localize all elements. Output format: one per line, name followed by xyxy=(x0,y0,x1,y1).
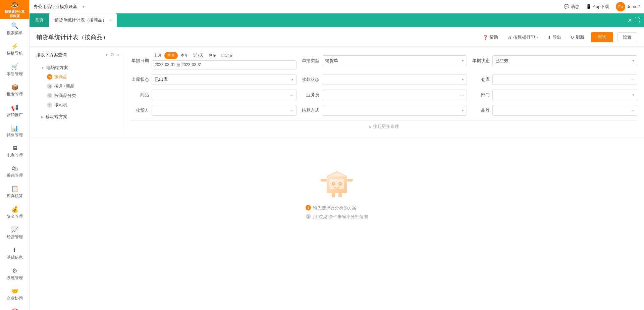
message-btn[interactable]: 💬 消息 xyxy=(564,4,579,10)
date-shortcuts: 上月本月本年近7天更多自定义 xyxy=(152,52,297,59)
sidebar-item-经营管理[interactable]: 📈经营管理 xyxy=(5,223,24,243)
industry-dropdown[interactable]: ▾ xyxy=(83,4,85,9)
sidebar-item-批发管理[interactable]: 📦批发管理 xyxy=(5,80,24,101)
app-download-btn[interactable]: 📱 App下载 xyxy=(586,4,609,10)
paymentstatus-label: 收款状态 xyxy=(301,76,319,83)
filter-recipient-field: 收货人 ··· xyxy=(130,105,297,116)
sidebar-icon: ⚡ xyxy=(7,43,23,50)
help-icon: ❓ xyxy=(483,35,488,40)
date-shortcut-更多[interactable]: 更多 xyxy=(206,52,218,59)
doctype-arrow-icon: ▾ xyxy=(462,59,464,63)
filter-row-4: 收货人 ··· 结算方式 xyxy=(130,105,637,116)
salesperson-dots-btn[interactable]: ··· xyxy=(460,92,464,98)
warehouse-input[interactable]: ··· xyxy=(492,74,637,85)
filter-row-1: 单据日期 上月本月本年近7天更多自定义 2023-03-01 至 2023-03… xyxy=(130,52,637,69)
tab-home[interactable]: 首页 xyxy=(30,13,49,27)
date-shortcut-自定义[interactable]: 自定义 xyxy=(219,52,235,59)
warehouse-dots-btn[interactable]: ··· xyxy=(630,77,634,82)
product-dots-btn[interactable]: ··· xyxy=(289,92,293,98)
tip-num-2: 2 xyxy=(306,214,311,219)
tab-active[interactable]: 销货单统计计表（按商品） × xyxy=(49,13,117,27)
docstatus-select[interactable]: 已生效 ▾ xyxy=(492,55,637,66)
collapse-btn[interactable]: ∧ 收起更多条件 xyxy=(368,123,399,130)
tree-item-label: 按商品分类 xyxy=(54,93,76,99)
brand-input[interactable]: ··· xyxy=(492,105,637,116)
empty-illustration xyxy=(317,165,357,198)
svg-rect-6 xyxy=(332,193,335,197)
sidebar-item-企业协同[interactable]: 🤝企业协同 xyxy=(5,284,24,305)
tree-item-按商品[interactable]: 按按商品 xyxy=(44,72,119,82)
user-menu-btn[interactable]: Ea demo2 xyxy=(616,2,640,11)
tree-mobile: ▶ 移动端方案 xyxy=(36,111,119,122)
refresh-btn[interactable]: ↻ 刷新 xyxy=(568,33,587,42)
user-avatar: Ea xyxy=(616,2,625,11)
sidebar-item-零售管理[interactable]: 🛒零售管理 xyxy=(5,60,24,80)
settings-btn[interactable]: 设置 xyxy=(617,32,637,42)
docstatus-label: 单据状态 xyxy=(471,58,490,64)
sidebar-item-基础信息[interactable]: ℹ基础信息 xyxy=(5,243,24,264)
tree-item-按司机[interactable]: 回按司机 xyxy=(44,100,119,110)
date-shortcut-上月[interactable]: 上月 xyxy=(152,52,164,59)
tabbar-actions: ✕ ⛶ xyxy=(628,17,644,23)
date-shortcut-本月[interactable]: 本月 xyxy=(164,52,178,59)
filter-warehousestatus-field: 出库状态 已出库 ▾ xyxy=(130,74,297,85)
settlement-select[interactable]: ▾ xyxy=(322,105,467,116)
sidebar-item-营销推广[interactable]: 📢营销推广 xyxy=(5,101,24,121)
tree-item-按商品分类[interactable]: 回按商品分类 xyxy=(44,91,119,100)
paymentstatus-select[interactable]: ▾ xyxy=(322,74,467,85)
tree-desktop-header[interactable]: ▼ 电脑端方案 xyxy=(39,63,119,72)
left-panel-header: 按以下方案查询 + ⚙ « xyxy=(36,52,119,58)
print-btn[interactable]: 🖨 按模板打印 ▾ xyxy=(505,33,541,42)
collapse-panel-btn[interactable]: « xyxy=(116,52,119,58)
warehouse-label: 仓库 xyxy=(471,76,490,83)
tree-mobile-header[interactable]: ▶ 移动端方案 xyxy=(39,112,119,121)
sidebar-icon: 🤝 xyxy=(7,288,23,295)
filter-warehouse-field: 仓库 ··· xyxy=(471,74,637,85)
add-scheme-btn[interactable]: + xyxy=(105,52,108,58)
query-btn[interactable]: 查询 xyxy=(591,32,613,42)
empty-tip-2: 2 用[过滤]条件来缩小分析范围 xyxy=(306,214,368,220)
help-btn[interactable]: ❓ 帮助 xyxy=(480,33,501,42)
filter-salesperson-field: 业务员 ··· xyxy=(301,90,467,100)
tree-desktop-children: 按按商品月按月+商品回按商品分类回按司机 xyxy=(39,72,119,110)
recipient-dots-btn[interactable]: ··· xyxy=(289,108,293,113)
content-area: 销货单统计计表（按商品） ❓ 帮助 🖨 按模板打印 ▾ ⬇ 导出 xyxy=(30,27,644,310)
recipient-input[interactable]: ··· xyxy=(152,105,297,116)
sidebar-item-资金管理[interactable]: 💰资金管理 xyxy=(5,202,24,223)
sidebar-item-采购管理[interactable]: 🛍采购管理 xyxy=(5,162,24,182)
date-shortcut-本年[interactable]: 本年 xyxy=(178,52,191,59)
settings-scheme-btn[interactable]: ⚙ xyxy=(110,52,114,58)
message-icon: 💬 xyxy=(564,4,569,9)
department-label: 部门 xyxy=(471,92,490,98)
tree-arrow-icon: ▼ xyxy=(41,66,44,70)
sidebar-item-库存核算[interactable]: 📋库存核算 xyxy=(5,182,24,202)
sidebar-item-搜索菜单[interactable]: 🔍搜索菜单 xyxy=(5,19,24,39)
tree-item-label: 按商品 xyxy=(54,74,67,80)
sidebar-item-电商管理[interactable]: 🖥电商管理 xyxy=(5,142,24,162)
salesperson-input[interactable]: ··· xyxy=(322,90,467,100)
tree-item-按月+商品[interactable]: 月按月+商品 xyxy=(44,82,119,91)
sidebar-item-快捷导航[interactable]: ⚡快捷导航 xyxy=(5,39,24,60)
department-select[interactable]: ▾ xyxy=(492,90,637,100)
brand-dots-btn[interactable]: ··· xyxy=(630,108,634,113)
tab-close-btn[interactable]: × xyxy=(109,18,111,22)
filter-layout: 按以下方案查询 + ⚙ « ▼ 电脑端方案 xyxy=(36,52,637,132)
export-btn[interactable]: ⬇ 导出 xyxy=(545,33,564,42)
close-tab-btn[interactable]: ✕ xyxy=(628,17,632,23)
svg-rect-9 xyxy=(347,179,353,182)
date-shortcut-近7天[interactable]: 近7天 xyxy=(191,52,206,59)
left-panel: 按以下方案查询 + ⚙ « ▼ 电脑端方案 xyxy=(36,52,123,132)
sidebar-icon: 📈 xyxy=(7,226,23,234)
sidebar-item-系统管理[interactable]: ⚙系统管理 xyxy=(5,264,24,284)
product-input[interactable]: ··· xyxy=(152,90,297,100)
paymentstatus-arrow-icon: ▾ xyxy=(462,78,464,82)
maximize-tab-btn[interactable]: ⛶ xyxy=(635,17,640,23)
export-icon: ⬇ xyxy=(547,35,551,40)
warehousestatus-select[interactable]: 已出库 ▾ xyxy=(152,74,297,85)
phone-icon: 📱 xyxy=(586,4,591,9)
sidebar-item-销售管理[interactable]: 📊销售管理 xyxy=(5,121,24,142)
date-range-input[interactable]: 2023-03-01 至 2023-03-31 xyxy=(152,60,297,69)
salesperson-label: 业务员 xyxy=(301,92,319,98)
sidebar-item-新手引导[interactable]: 🎯新手引导 xyxy=(5,305,24,310)
doctype-select[interactable]: 销货单 ▾ xyxy=(322,55,467,66)
